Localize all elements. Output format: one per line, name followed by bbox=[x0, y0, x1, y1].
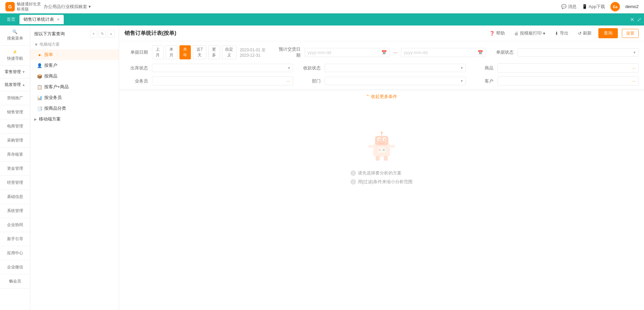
by-salesperson-icon: 📊 bbox=[37, 95, 42, 100]
page-title: 销售订单统计表(按单) bbox=[124, 30, 176, 37]
app-download-button[interactable]: 📱 App下载 bbox=[582, 4, 605, 10]
breadcrumb[interactable]: 办公用品行业模拟账套 ▾ bbox=[44, 4, 91, 10]
sidebar-item-enterprise-collab[interactable]: 企业协同 bbox=[0, 218, 30, 232]
date-btn-last-7-days[interactable]: 近7天 bbox=[193, 45, 206, 59]
salesperson-group: ··· bbox=[152, 76, 293, 86]
sidebar-item-capital-mgmt[interactable]: 资金管理 bbox=[0, 162, 30, 176]
tree-item-mobile-group[interactable]: ▶ 移动端方案 bbox=[30, 114, 119, 124]
refresh-button[interactable]: ↺ 刷新 bbox=[575, 29, 594, 38]
sidebar-item-operations-mgmt[interactable]: 经营管理 bbox=[0, 176, 30, 190]
by-customer-icon: 👤 bbox=[37, 63, 42, 68]
panel-title: 按以下方案查询 bbox=[34, 31, 65, 37]
tree-item-by-salesperson[interactable]: 📊 按业务员 bbox=[30, 92, 119, 103]
help-button[interactable]: ❓ 帮助 bbox=[487, 29, 507, 38]
logo-text: 畅捷通好生意 标准版 bbox=[17, 2, 41, 11]
sidebar-item-system-mgmt[interactable]: 系统管理 bbox=[0, 204, 30, 218]
tree-item-by-product[interactable]: 📦 按商品 bbox=[30, 71, 119, 82]
sidebar-item-retail-mgmt[interactable]: 零售管理 ▼ bbox=[0, 66, 30, 79]
tree-item-by-customer-product[interactable]: 📋 按客户+商品 bbox=[30, 82, 119, 92]
panel-actions: + ✎ « bbox=[90, 30, 115, 38]
sidebar-item-quick-nav[interactable]: ⚡ 快捷导航 bbox=[0, 46, 30, 66]
filter-row-2: 出库状态 ▾ 收款状态 ▾ 商品 bbox=[124, 63, 639, 72]
payment-status-group: ▾ bbox=[325, 64, 466, 72]
salesperson-input[interactable]: ··· bbox=[152, 76, 293, 86]
tab-sales-order-stats[interactable]: 销售订单统计表 ✕ bbox=[19, 15, 64, 24]
expected-date-label: 预计交货日期 bbox=[277, 46, 301, 58]
svg-point-5 bbox=[384, 139, 385, 141]
tab-close-icon[interactable]: ✕ bbox=[57, 17, 60, 22]
sidebar-item-sales-mgmt[interactable]: 销售管理 bbox=[0, 105, 30, 119]
customer-more-icon[interactable]: ··· bbox=[632, 79, 636, 84]
avatar[interactable]: Ea bbox=[610, 2, 620, 11]
date-shortcuts-group: 上月 本月 本年 近7天 更多 自定义 2023-01-01 至 2023-12… bbox=[152, 45, 273, 59]
add-scheme-button[interactable]: + bbox=[90, 30, 97, 38]
tab-expand-icon[interactable]: ⤢ bbox=[637, 16, 641, 23]
empty-tip-2: 2 用[过滤]条件来缩小分析范围 bbox=[351, 179, 413, 185]
svg-rect-10 bbox=[376, 156, 380, 161]
sidebar-item-search-menu[interactable]: 🔍 搜索菜单 bbox=[0, 25, 30, 46]
mobile-group-arrow-icon: ▶ bbox=[34, 117, 37, 121]
date-btn-last-month[interactable]: 上月 bbox=[152, 45, 164, 59]
sidebar-item-app-center[interactable]: 应用中心 bbox=[0, 246, 30, 260]
help-icon: ❓ bbox=[489, 31, 495, 36]
settings-button[interactable]: 设置 bbox=[622, 29, 639, 38]
user-name: demo2 bbox=[625, 4, 639, 9]
logo-area: G 畅捷通好生意 标准版 bbox=[5, 2, 41, 11]
tree-item-by-customer[interactable]: 👤 按客户 bbox=[30, 60, 119, 71]
empty-illustration bbox=[365, 130, 398, 163]
sidebar-item-purchase-mgmt[interactable]: 采购管理 bbox=[0, 134, 30, 148]
tree-item-by-order[interactable]: ● 按单 bbox=[30, 49, 119, 60]
collapse-conditions-button[interactable]: ⌃ 收起更多条件 bbox=[119, 90, 644, 103]
tree-item-by-product-category[interactable]: 📑 按商品分类 bbox=[30, 103, 119, 114]
customer-label: 客户 bbox=[470, 78, 493, 84]
template-print-button[interactable]: 🖨 按模板打印 ▾ bbox=[512, 29, 548, 38]
payment-status-arrow-icon: ▾ bbox=[461, 66, 463, 70]
filter-header: 销售订单统计表(按单) ❓ 帮助 🖨 按模板打印 ▾ ⬇ 导出 bbox=[119, 25, 644, 41]
date-btn-this-year[interactable]: 本年 bbox=[179, 45, 191, 59]
sidebar-item-wholesale-mgmt[interactable]: 批发管理 ▲ bbox=[0, 79, 30, 91]
sidebar-item-ecommerce-mgmt[interactable]: 电商管理 bbox=[0, 119, 30, 134]
main-layout: 🔍 搜索菜单 ⚡ 快捷导航 零售管理 ▼ 批发管理 ▲ 营销推广 销售管理 电商… bbox=[0, 25, 644, 310]
query-button[interactable]: 查询 bbox=[598, 28, 618, 38]
by-customer-product-icon: 📋 bbox=[37, 85, 42, 90]
tab-close-all-icon[interactable]: ✕ bbox=[630, 16, 634, 23]
sidebar-item-enterprise-wechat[interactable]: 企业微信 bbox=[0, 260, 30, 274]
empty-tips: 1 请先选择要分析的方案 2 用[过滤]条件来缩小分析范围 bbox=[351, 170, 413, 185]
tip-2-number: 2 bbox=[351, 179, 356, 185]
delivery-status-select[interactable]: ▾ bbox=[152, 64, 293, 72]
tab-home[interactable]: 首页 bbox=[3, 15, 19, 24]
salesperson-more-icon[interactable]: ··· bbox=[286, 79, 290, 84]
message-button[interactable]: 💬 消息 bbox=[561, 4, 577, 10]
export-button[interactable]: ⬇ 导出 bbox=[552, 29, 571, 38]
collapse-panel-button[interactable]: « bbox=[107, 30, 115, 38]
customer-input[interactable]: ··· bbox=[497, 76, 639, 86]
expected-date-from-input[interactable]: yyyy-mm-dd 📅 bbox=[305, 48, 390, 57]
expected-date-to-input[interactable]: yyyy-mm-dd 📅 bbox=[401, 48, 486, 57]
svg-point-4 bbox=[378, 139, 380, 141]
date-separator: — bbox=[392, 50, 399, 55]
sidebar-item-new-guide[interactable]: 新手引导 bbox=[0, 232, 30, 246]
payment-status-select[interactable]: ▾ bbox=[325, 64, 466, 72]
payment-status-label: 收款状态 bbox=[297, 65, 321, 71]
tab-bar: 首页 销售订单统计表 ✕ ✕ ⤢ bbox=[0, 13, 644, 25]
order-status-label: 单据状态 bbox=[490, 49, 514, 55]
product-input[interactable]: ··· bbox=[497, 63, 639, 72]
product-label: 商品 bbox=[470, 65, 493, 71]
sidebar-item-basic-info[interactable]: 基础信息 bbox=[0, 190, 30, 204]
date-btn-this-month[interactable]: 本月 bbox=[166, 45, 177, 59]
order-status-select[interactable]: ▾ bbox=[518, 48, 639, 57]
department-select[interactable]: ▾ bbox=[325, 77, 466, 85]
sidebar-item-member[interactable]: 畅会员 bbox=[0, 274, 30, 289]
sidebar-item-marketing[interactable]: 营销推广 bbox=[0, 91, 30, 105]
sidebar-item-inventory[interactable]: 库存核算 bbox=[0, 148, 30, 162]
desktop-group-label: ▼ 电脑端方案 bbox=[30, 40, 119, 49]
export-icon: ⬇ bbox=[555, 31, 558, 36]
top-bar-left: G 畅捷通好生意 标准版 办公用品行业模拟账套 ▾ bbox=[5, 2, 91, 11]
date-btn-custom[interactable]: 自定义 bbox=[222, 45, 236, 59]
product-more-icon[interactable]: ··· bbox=[632, 65, 636, 70]
panel-header: 按以下方案查询 + ✎ « bbox=[30, 28, 119, 40]
logo-icon: G bbox=[5, 2, 15, 11]
expand-arrow-icon: ▼ bbox=[34, 42, 38, 47]
edit-scheme-button[interactable]: ✎ bbox=[99, 30, 106, 38]
date-btn-more[interactable]: 更多 bbox=[208, 45, 220, 59]
